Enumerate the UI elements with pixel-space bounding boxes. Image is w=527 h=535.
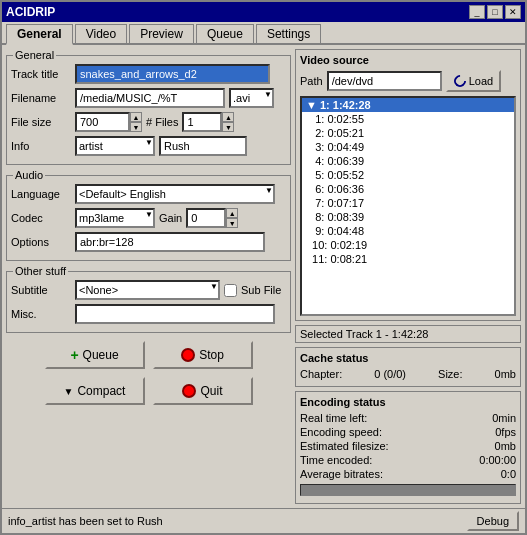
tab-preview[interactable]: Preview xyxy=(129,24,194,43)
selected-track-label: Selected Track 1 - 1:42:28 xyxy=(300,328,428,340)
list-item[interactable]: 3: 0:04:49 xyxy=(302,140,514,154)
info-row: Info artist title album xyxy=(11,136,286,156)
cache-chapter-value: 0 (0/0) xyxy=(374,368,406,380)
subtitle-select[interactable]: <None> xyxy=(75,280,220,300)
action-buttons: + Queue Stop xyxy=(6,337,291,373)
filesize-label: File size xyxy=(11,116,71,128)
track-title-input[interactable] xyxy=(75,64,270,84)
gain-down-arrow[interactable]: ▼ xyxy=(226,218,238,228)
list-item[interactable]: 2: 0:05:21 xyxy=(302,126,514,140)
track-title-label: Track title xyxy=(11,68,71,80)
ext-select[interactable]: .avi xyxy=(229,88,274,108)
filename-row: Filename .avi xyxy=(11,88,286,108)
statusbar-message: info_artist has been set to Rush xyxy=(8,515,163,527)
cache-chapter-label: Chapter: xyxy=(300,368,342,380)
tab-bar: General Video Preview Queue Settings xyxy=(2,22,525,45)
filesize-down-arrow[interactable]: ▼ xyxy=(130,122,142,132)
language-row: Language <Default> English xyxy=(11,184,286,204)
plus-icon: + xyxy=(70,347,78,363)
realtime-value: 0min xyxy=(492,412,516,424)
encoding-status-title: Encoding status xyxy=(300,396,516,408)
cache-status-box: Cache status Chapter: 0 (0/0) Size: 0mb xyxy=(295,347,521,387)
left-panel: General Track title Filename .avi xyxy=(6,49,291,504)
queue-label: Queue xyxy=(83,348,119,362)
gain-up-arrow[interactable]: ▲ xyxy=(226,208,238,218)
quit-label: Quit xyxy=(200,384,222,398)
filename-input[interactable] xyxy=(75,88,225,108)
tab-general[interactable]: General xyxy=(6,24,73,45)
path-label: Path xyxy=(300,75,323,87)
quit-icon xyxy=(182,384,196,398)
audio-group-label: Audio xyxy=(13,169,45,181)
compact-label: Compact xyxy=(77,384,125,398)
subtitle-select-wrapper: <None> xyxy=(75,280,220,300)
options-row: Options xyxy=(11,232,286,252)
list-item[interactable]: 6: 0:06:36 xyxy=(302,182,514,196)
codec-select[interactable]: mp3lame xyxy=(75,208,155,228)
tab-settings[interactable]: Settings xyxy=(256,24,321,43)
speed-label: Encoding speed: xyxy=(300,426,382,438)
stop-button[interactable]: Stop xyxy=(153,341,253,369)
cache-chapter-row: Chapter: 0 (0/0) Size: 0mb xyxy=(300,368,516,380)
selected-track-bar: Selected Track 1 - 1:42:28 xyxy=(295,325,521,343)
options-label: Options xyxy=(11,236,71,248)
stop-icon xyxy=(181,348,195,362)
maximize-button[interactable]: □ xyxy=(487,5,503,19)
nfiles-up-arrow[interactable]: ▲ xyxy=(222,112,234,122)
minimize-button[interactable]: _ xyxy=(469,5,485,19)
encoding-status-box: Encoding status Real time left: 0min Enc… xyxy=(295,391,521,504)
list-item[interactable]: 10: 0:02:19 xyxy=(302,238,514,252)
list-item[interactable]: 1: 0:02:55 xyxy=(302,112,514,126)
list-item[interactable]: 11: 0:08:21 xyxy=(302,252,514,266)
codec-label: Codec xyxy=(11,212,71,224)
misc-input[interactable] xyxy=(75,304,275,324)
list-item[interactable]: ▼ 1: 1:42:28 xyxy=(302,98,514,112)
gain-arrows: ▲ ▼ xyxy=(226,208,238,228)
options-input[interactable] xyxy=(75,232,265,252)
nfiles-spin: ▲ ▼ xyxy=(182,112,234,132)
info-type-select[interactable]: artist title album xyxy=(75,136,155,156)
reload-icon xyxy=(451,73,468,90)
filesize-up-arrow[interactable]: ▲ xyxy=(130,112,142,122)
codec-row: Codec mp3lame Gain ▲ ▼ xyxy=(11,208,286,228)
statusbar: info_artist has been set to Rush Debug xyxy=(2,508,525,533)
track-list[interactable]: ▼ 1: 1:42:28 1: 0:02:55 2: 0:05:21 3: 0:… xyxy=(300,96,516,316)
queue-button[interactable]: + Queue xyxy=(45,341,145,369)
list-item[interactable]: 7: 0:07:17 xyxy=(302,196,514,210)
load-button[interactable]: Load xyxy=(446,70,501,92)
language-select[interactable]: <Default> English xyxy=(75,184,275,204)
quit-button[interactable]: Quit xyxy=(153,377,253,405)
gain-label: Gain xyxy=(159,212,182,224)
filesize-input[interactable] xyxy=(75,112,130,132)
filesize-row: File size ▲ ▼ # Files ▲ ▼ xyxy=(11,112,286,132)
speed-row: Encoding speed: 0fps xyxy=(300,426,516,438)
action-buttons-2: ▼ Compact Quit xyxy=(6,377,291,409)
gain-input[interactable] xyxy=(186,208,226,228)
misc-row: Misc. xyxy=(11,304,286,324)
subfile-checkbox[interactable] xyxy=(224,284,237,297)
list-item[interactable]: 4: 0:06:39 xyxy=(302,154,514,168)
close-button[interactable]: ✕ xyxy=(505,5,521,19)
filesize-arrows: ▲ ▼ xyxy=(130,112,142,132)
filename-label: Filename xyxy=(11,92,71,104)
gain-spin: ▲ ▼ xyxy=(186,208,238,228)
debug-button[interactable]: Debug xyxy=(467,511,519,531)
tab-queue[interactable]: Queue xyxy=(196,24,254,43)
tab-video[interactable]: Video xyxy=(75,24,127,43)
load-label: Load xyxy=(469,75,493,87)
list-item[interactable]: 5: 0:05:52 xyxy=(302,168,514,182)
path-input[interactable] xyxy=(327,71,442,91)
compact-button[interactable]: ▼ Compact xyxy=(45,377,145,405)
general-group: General Track title Filename .avi xyxy=(6,55,291,165)
list-item[interactable]: 9: 0:04:48 xyxy=(302,224,514,238)
list-item[interactable]: 8: 0:08:39 xyxy=(302,210,514,224)
info-type-select-wrapper: artist title album xyxy=(75,136,155,156)
nfiles-input[interactable] xyxy=(182,112,222,132)
nfiles-down-arrow[interactable]: ▼ xyxy=(222,122,234,132)
nfiles-label: # Files xyxy=(146,116,178,128)
filesize-spin: ▲ ▼ xyxy=(75,112,142,132)
info-value-input[interactable] xyxy=(159,136,247,156)
language-label: Language xyxy=(11,188,71,200)
other-group: Other stuff Subtitle <None> Sub File xyxy=(6,271,291,333)
subfile-label: Sub File xyxy=(241,284,281,296)
